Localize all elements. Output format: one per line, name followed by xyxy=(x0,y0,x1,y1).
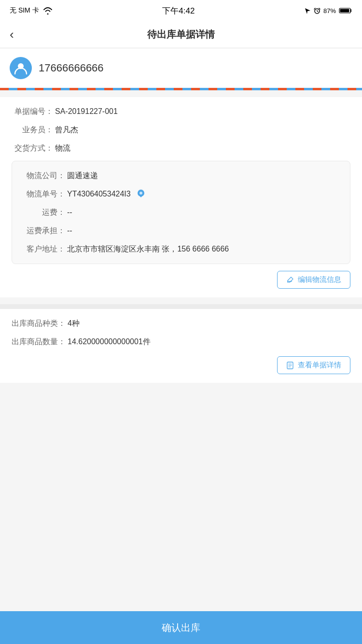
alarm-icon xyxy=(314,7,320,14)
view-detail-wrap: 查看单据详情 xyxy=(0,356,362,383)
delivery-method-value: 物流 xyxy=(55,142,350,154)
edit-logistics-button[interactable]: 编辑物流信息 xyxy=(277,271,350,289)
order-no-label: 单据编号： xyxy=(12,106,55,117)
delivery-method-label: 交货方式： xyxy=(12,142,55,154)
delivery-method-row: 交货方式： 物流 xyxy=(12,142,350,154)
nav-bar: ‹ 待出库单据详情 xyxy=(0,21,362,48)
back-button[interactable]: ‹ xyxy=(10,23,20,46)
sales-person-label: 业务员： xyxy=(12,124,55,136)
tracking-no-row: 物流单号： YT43064053424I3 xyxy=(24,188,338,200)
goods-quantity-row: 出库商品数量： 14.620000000000001件 xyxy=(12,336,350,348)
status-right: 87% xyxy=(305,7,352,14)
section-separator xyxy=(0,304,362,309)
address-label: 客户地址： xyxy=(24,243,67,255)
address-value: 北京市市辖区海淀区永丰南 张，156 6666 6666 xyxy=(67,243,338,255)
status-bar: 无 SIM 卡 下午4:42 87% xyxy=(0,0,362,21)
tracking-location-icon[interactable] xyxy=(136,189,146,199)
goods-quantity-value: 14.620000000000001件 xyxy=(68,336,350,348)
freight-bearer-row: 运费承担： -- xyxy=(24,225,338,237)
page-title: 待出库单据详情 xyxy=(147,28,215,41)
goods-section: 出库商品种类： 4种 出库商品数量： 14.620000000000001件 xyxy=(0,309,362,356)
view-detail-button[interactable]: 查看单据详情 xyxy=(277,356,350,374)
customer-phone: 17666666666 xyxy=(39,62,104,74)
goods-quantity-label: 出库商品数量： xyxy=(12,336,68,348)
avatar xyxy=(10,57,32,79)
logistics-company-label: 物流公司： xyxy=(24,170,67,182)
sales-person-row: 业务员： 曾凡杰 xyxy=(12,124,350,136)
freight-value: -- xyxy=(67,207,338,218)
goods-types-label: 出库商品种类： xyxy=(12,318,68,329)
order-no-value: SA-20191227-001 xyxy=(55,106,350,117)
location-status-icon xyxy=(305,8,311,14)
goods-types-value: 4种 xyxy=(68,318,350,329)
tracking-no-value: YT43064053424I3 xyxy=(67,188,338,200)
logistics-company-value: 圆通速递 xyxy=(67,170,338,182)
freight-row: 运费： -- xyxy=(24,207,338,218)
tracking-no-label: 物流单号： xyxy=(24,188,67,200)
address-row: 客户地址： 北京市市辖区海淀区永丰南 张，156 6666 6666 xyxy=(24,243,338,255)
person-icon xyxy=(14,61,28,75)
battery-icon xyxy=(339,7,352,14)
sales-person-value: 曾凡杰 xyxy=(55,124,350,136)
order-no-row: 单据编号： SA-20191227-001 xyxy=(12,106,350,117)
customer-header: 17666666666 xyxy=(0,48,362,88)
dashed-divider xyxy=(0,88,362,90)
freight-bearer-label: 运费承担： xyxy=(24,225,67,237)
logistics-card: 物流公司： 圆通速递 物流单号： YT43064053424I3 运费： - xyxy=(12,161,350,264)
status-carrier: 无 SIM 卡 xyxy=(10,6,53,15)
freight-bearer-value: -- xyxy=(67,225,338,237)
wifi-icon xyxy=(43,7,53,14)
logistics-company-row: 物流公司： 圆通速递 xyxy=(24,170,338,182)
confirm-button[interactable]: 确认出库 xyxy=(0,611,362,644)
order-info-section: 单据编号： SA-20191227-001 业务员： 曾凡杰 交货方式： 物流 … xyxy=(0,97,362,297)
empty-space xyxy=(0,383,362,479)
edit-icon xyxy=(286,276,294,284)
goods-types-row: 出库商品种类： 4种 xyxy=(12,318,350,329)
freight-label: 运费： xyxy=(24,207,67,218)
status-time: 下午4:42 xyxy=(162,5,195,16)
document-icon xyxy=(286,362,294,369)
svg-rect-2 xyxy=(340,9,349,13)
